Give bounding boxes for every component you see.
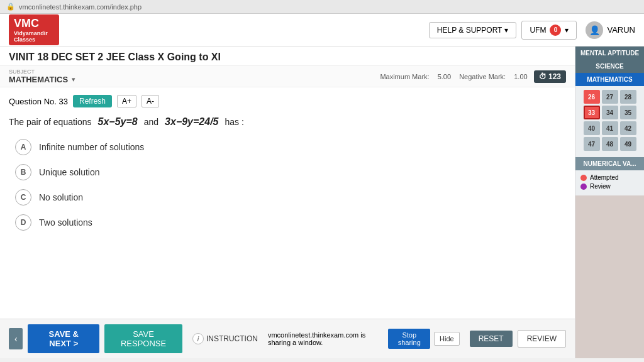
app-header: VMC Vidyamandir Classes HELP & SUPPORT ▾… [0,14,644,47]
stop-sharing-button[interactable]: Stop sharing [388,329,430,349]
ufm-button[interactable]: UFM 0 ▾ [521,21,577,40]
avatar: 👤 [586,21,603,39]
user-section: 👤 VARUN [586,21,635,39]
dropdown-icon: ▾ [504,26,508,35]
review-button[interactable]: REVIEW [518,330,566,348]
exam-title: VINIT 18 DEC SET 2 JEE Class X Going to … [0,47,575,66]
options-list: A Infinite number of solutions B Unique … [9,139,566,231]
font-increase-button[interactable]: A+ [117,95,136,107]
right-sidebar: MENTAL APTITUDE SCIENCE MATHEMATICS 26 2… [575,47,644,358]
option-b[interactable]: B Unique solution [15,164,566,180]
vmc-logo: VMC Vidyamandir Classes [9,14,59,45]
legend-review: Review [580,183,639,190]
q-box-34[interactable]: 34 [602,106,618,119]
equation1: 5x−5y=8 [98,116,138,128]
timer-box: ⏱ 123 [534,70,566,83]
option-a-circle: A [15,139,31,155]
option-d-text: Two solutions [39,217,92,228]
q-box-49[interactable]: 49 [620,137,636,151]
screen-share-bar: vmconlinetest.thinkexam.com is sharing a… [268,329,460,349]
q-box-42[interactable]: 42 [620,121,636,135]
user-name: VARUN [607,25,635,35]
ufm-dropdown-icon: ▾ [565,26,569,35]
option-c-circle: C [15,189,31,206]
question-area: Question No. 33 Refresh A+ A- The pair o… [0,87,575,319]
ufm-badge: 0 [550,25,561,36]
url-bar: vmconlinetest.thinkexam.com/index.php [19,3,142,11]
review-dot [580,184,587,190]
save-response-button[interactable]: SAVE RESPONSE [104,324,182,353]
question-text: The pair of equations 5x−5y=8 and 3x−9y=… [9,116,566,128]
refresh-button[interactable]: Refresh [73,95,112,107]
numerical-title[interactable]: NUMERICAL VA... [575,157,644,170]
subject-row: SUBJECT MATHEMATICS ▾ Maximum Mark: 5.00… [0,66,575,87]
legend-area: Attempted Review [575,170,644,195]
sidebar-bottom [575,195,644,358]
subject-info: SUBJECT MATHEMATICS ▾ [9,69,75,84]
equation2: 3x−9y=24/5 [165,116,218,128]
instruction-link[interactable]: i INSTRUCTION [192,333,258,344]
option-a-text: Infinite number of solutions [39,142,144,152]
legend-attempted: Attempted [580,174,639,181]
option-d[interactable]: D Two solutions [15,214,566,231]
help-support-button[interactable]: HELP & SUPPORT ▾ [429,22,517,38]
save-next-button[interactable]: SAVE & NEXT > [28,324,99,353]
sidebar-mathematics[interactable]: MATHEMATICS [575,73,644,86]
question-number-label: Question No. 33 [9,97,68,106]
question-header: Question No. 33 Refresh A+ A- [9,95,566,107]
info-icon: i [192,333,204,344]
question-grid: 26 27 28 33 34 35 40 41 42 47 48 49 [575,86,644,155]
main-layout: VINIT 18 DEC SET 2 JEE Class X Going to … [0,47,644,358]
content-area: VINIT 18 DEC SET 2 JEE Class X Going to … [0,47,575,358]
subject-dropdown[interactable]: ▾ [72,75,75,84]
timer-icon: ⏱ [539,72,547,81]
sidebar-science[interactable]: SCIENCE [575,60,644,73]
reset-button[interactable]: RESET [470,331,513,347]
bottom-bar: ‹ SAVE & NEXT > SAVE RESPONSE i INSTRUCT… [0,319,575,358]
prev-button[interactable]: ‹ [9,328,23,349]
option-b-circle: B [15,164,31,180]
option-d-circle: D [15,214,31,231]
q-box-28[interactable]: 28 [620,90,636,104]
marks-timer-row: Maximum Mark: 5.00 Negative Mark: 1.00 ⏱… [374,70,566,83]
q-box-27[interactable]: 27 [602,90,618,104]
q-box-48[interactable]: 48 [602,137,618,151]
option-b-text: Unique solution [39,167,100,177]
q-box-35[interactable]: 35 [620,106,636,119]
q-box-47[interactable]: 47 [584,137,600,151]
lock-icon: 🔒 [6,3,15,11]
browser-bar: 🔒 vmconlinetest.thinkexam.com/index.php [0,0,644,14]
attempted-dot [580,175,587,181]
option-a[interactable]: A Infinite number of solutions [15,139,566,155]
marks-info: Maximum Mark: 5.00 Negative Mark: 1.00 [374,73,527,80]
subject-name: MATHEMATICS [9,75,68,84]
sidebar-mental-aptitude[interactable]: MENTAL APTITUDE [575,47,644,60]
option-c-text: No solution [39,192,83,202]
q-box-40[interactable]: 40 [584,121,600,135]
q-box-33[interactable]: 33 [584,106,600,119]
font-decrease-button[interactable]: A- [142,95,159,107]
option-c[interactable]: C No solution [15,189,566,206]
q-box-26[interactable]: 26 [584,90,600,104]
q-box-41[interactable]: 41 [602,121,618,135]
hide-button[interactable]: Hide [434,332,460,346]
